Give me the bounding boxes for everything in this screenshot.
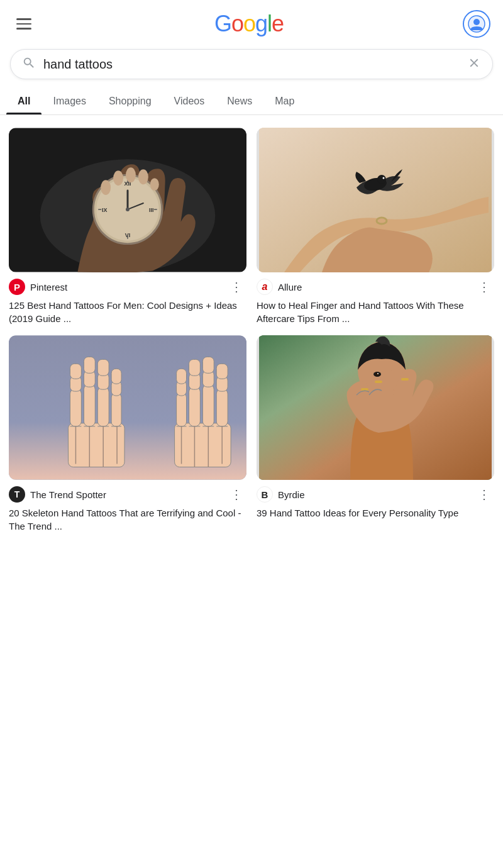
result-4-title[interactable]: 39 Hand Tattoo Ideas for Every Personali… <box>257 506 494 520</box>
search-icon <box>22 56 36 72</box>
result-1-title[interactable]: 125 Best Hand Tattoos For Men: Cool Desi… <box>9 299 246 325</box>
svg-rect-36 <box>84 357 95 373</box>
svg-point-81 <box>377 373 379 374</box>
svg-point-1 <box>473 19 480 25</box>
svg-rect-30 <box>69 423 125 467</box>
result-1-source-name: Pinterest <box>30 282 67 292</box>
result-2-favicon: a <box>257 279 273 295</box>
result-4-source-info: B Byrdie <box>257 486 305 503</box>
search-input[interactable] <box>43 57 460 72</box>
tab-images[interactable]: Images <box>41 88 97 114</box>
svg-rect-52 <box>177 393 187 426</box>
result-2-source-row: a Allure ⋮ <box>257 279 494 295</box>
clear-search-button[interactable] <box>467 56 481 72</box>
result-1-favicon: P <box>9 279 25 295</box>
tab-all[interactable]: All <box>6 88 41 114</box>
svg-point-18 <box>113 170 123 186</box>
svg-point-27 <box>383 177 385 179</box>
hamburger-menu[interactable] <box>13 14 35 33</box>
result-3-source-name: The Trend Spotter <box>30 489 106 500</box>
svg-rect-37 <box>97 387 109 426</box>
search-bar[interactable] <box>10 49 493 79</box>
result-1-source-row: P Pinterest ⋮ <box>9 279 246 295</box>
result-3-source-info: T The Trend Spotter <box>9 486 106 503</box>
result-3-more-button[interactable]: ⋮ <box>226 487 246 502</box>
result-2-more-button[interactable]: ⋮ <box>474 279 494 294</box>
svg-text:III: III <box>149 207 153 213</box>
svg-rect-39 <box>97 359 109 376</box>
result-image-3 <box>9 335 246 480</box>
svg-text:IX: IX <box>102 207 107 213</box>
user-avatar[interactable] <box>463 10 490 38</box>
result-4-more-button[interactable]: ⋮ <box>474 487 494 502</box>
svg-point-20 <box>138 169 148 184</box>
result-2-title[interactable]: How to Heal Finger and Hand Tattoos With… <box>257 299 494 325</box>
svg-point-12 <box>126 208 130 211</box>
search-bar-container <box>0 44 503 88</box>
result-2-source-name: Allure <box>278 282 302 292</box>
result-4-favicon: B <box>257 486 273 503</box>
result-3-favicon: T <box>9 486 25 503</box>
svg-rect-63 <box>216 364 228 379</box>
search-tabs: All Images Shopping Videos News Map <box>0 88 503 115</box>
tab-videos[interactable]: Videos <box>163 88 216 114</box>
results-grid: XII III VI IX <box>0 115 503 545</box>
result-1-more-button[interactable]: ⋮ <box>226 279 246 294</box>
svg-rect-76 <box>361 388 368 391</box>
svg-rect-77 <box>375 381 382 383</box>
svg-point-26 <box>377 175 386 184</box>
svg-rect-55 <box>189 387 200 426</box>
svg-point-21 <box>150 178 159 191</box>
result-4-source-name: Byrdie <box>278 489 305 500</box>
svg-point-80 <box>375 373 379 376</box>
svg-rect-57 <box>189 359 200 376</box>
tab-maps[interactable]: Map <box>263 88 306 114</box>
svg-rect-54 <box>177 369 187 384</box>
result-3-source-row: T The Trend Spotter ⋮ <box>9 486 246 503</box>
svg-point-19 <box>126 167 136 182</box>
tab-news[interactable]: News <box>216 88 263 114</box>
svg-rect-61 <box>216 389 228 426</box>
result-image-4 <box>257 335 494 480</box>
google-logo: Google <box>214 11 284 37</box>
result-card-2[interactable]: a Allure ⋮ How to Heal Finger and Hand T… <box>257 128 494 325</box>
svg-rect-60 <box>202 357 214 373</box>
svg-rect-33 <box>70 364 81 379</box>
user-icon <box>468 15 485 33</box>
result-card-3[interactable]: T The Trend Spotter ⋮ 20 Skeleton Hand T… <box>9 335 246 533</box>
result-3-title[interactable]: 20 Skeleton Hand Tattoos That are Terrif… <box>9 506 246 533</box>
result-card-1[interactable]: XII III VI IX <box>9 128 246 325</box>
svg-rect-31 <box>70 389 81 426</box>
svg-rect-78 <box>401 378 409 381</box>
svg-rect-58 <box>202 384 214 426</box>
tab-shopping[interactable]: Shopping <box>97 88 163 114</box>
result-1-source-info: P Pinterest <box>9 279 67 295</box>
svg-rect-42 <box>111 369 121 384</box>
result-image-1: XII III VI IX <box>9 128 246 272</box>
svg-rect-34 <box>84 384 95 426</box>
result-2-source-info: a Allure <box>257 279 302 295</box>
result-card-4[interactable]: B Byrdie ⋮ 39 Hand Tattoo Ideas for Ever… <box>257 335 494 533</box>
result-4-source-row: B Byrdie ⋮ <box>257 486 494 503</box>
svg-point-17 <box>101 180 111 195</box>
svg-rect-40 <box>111 393 121 426</box>
result-image-2 <box>257 128 494 272</box>
header: Google <box>0 0 503 44</box>
